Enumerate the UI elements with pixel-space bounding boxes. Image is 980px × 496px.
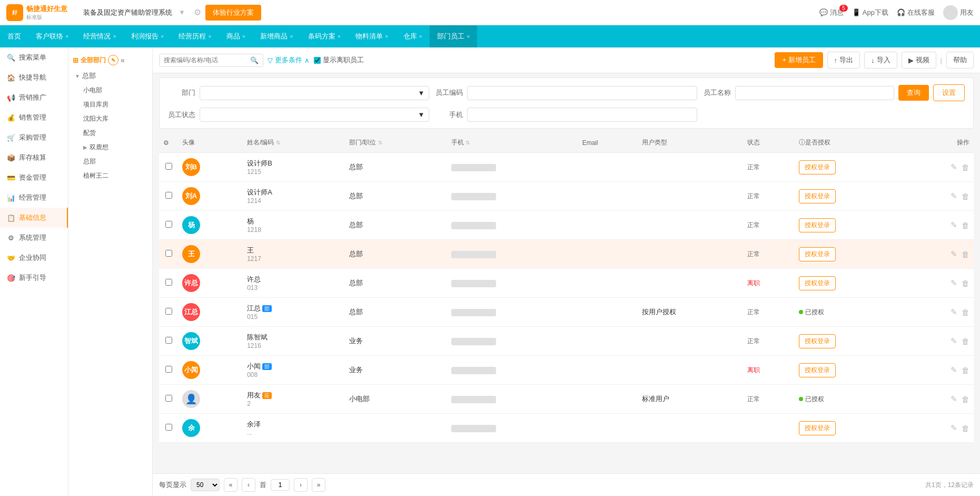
nav-close-icon[interactable]: × — [338, 33, 341, 40]
search-input-wrap[interactable]: 🔍 — [159, 54, 263, 67]
app-download-btn[interactable]: 📱 App下载 — [852, 8, 888, 17]
edit-icon[interactable]: ✎ — [951, 278, 957, 288]
nav-close-icon[interactable]: × — [290, 33, 293, 40]
nav-item-经营历程[interactable]: 经营历程× — [171, 25, 219, 47]
last-page-btn[interactable]: » — [312, 478, 325, 492]
dept-item-zongbu[interactable]: 总部 — [77, 154, 152, 169]
auth-btn[interactable]: 授权登录 — [799, 276, 836, 290]
col-settings[interactable]: ⚙ — [159, 133, 178, 153]
sidebar-item-5[interactable]: 📦库存核算 — [0, 148, 68, 168]
sidebar-item-6[interactable]: 💳资金管理 — [0, 168, 68, 188]
settings-icon[interactable]: ⚙ — [194, 7, 201, 17]
sidebar-item-8[interactable]: 📋基础信息 — [0, 208, 68, 228]
page-size-select[interactable]: 50 20 100 — [191, 479, 220, 491]
prev-page-btn[interactable]: ‹ — [242, 478, 255, 492]
nav-close-icon[interactable]: × — [467, 33, 470, 40]
search-btn[interactable]: 查询 — [898, 85, 929, 101]
auth-btn[interactable]: 授权登录 — [799, 218, 836, 232]
first-page-btn[interactable]: « — [224, 478, 237, 492]
status-select[interactable]: ▼ — [200, 108, 429, 122]
nav-item-物料清单[interactable]: 物料清单× — [348, 25, 395, 47]
row-checkbox[interactable] — [165, 163, 172, 170]
nav-item-经营情况[interactable]: 经营情况× — [76, 25, 123, 47]
col-name-code[interactable]: 姓名/编码 ⇅ — [243, 133, 345, 153]
dept-item-shenyangdaku[interactable]: 沈阳大库 — [77, 112, 152, 126]
edit-icon[interactable]: ✎ — [951, 162, 957, 172]
auth-btn[interactable]: 授权登录 — [799, 160, 836, 174]
delete-icon[interactable]: 🗑 — [962, 366, 969, 375]
delete-icon[interactable]: 🗑 — [962, 250, 969, 259]
edit-icon[interactable]: ✎ — [951, 423, 957, 433]
empcode-input[interactable] — [467, 86, 697, 100]
nav-close-icon[interactable]: × — [385, 33, 388, 40]
export-btn[interactable]: ↑ 导出 — [827, 52, 860, 69]
delete-icon[interactable]: 🗑 — [962, 279, 969, 288]
more-conditions-btn[interactable]: ▽ 更多条件 ∧ — [268, 55, 310, 65]
edit-icon[interactable]: ✎ — [951, 336, 957, 346]
sidebar-item-2[interactable]: 📢营销推广 — [0, 87, 68, 108]
nav-close-icon[interactable]: × — [242, 33, 245, 40]
nav-close-icon[interactable]: × — [208, 33, 211, 40]
delete-icon[interactable]: 🗑 — [962, 337, 969, 346]
edit-icon[interactable]: ✎ — [951, 365, 957, 375]
nav-close-icon[interactable]: × — [113, 33, 116, 40]
delete-icon[interactable]: 🗑 — [962, 308, 969, 317]
nav-close-icon[interactable]: × — [161, 33, 164, 40]
dept-item-zhishuwan[interactable]: 植树王二 — [77, 169, 152, 183]
edit-icon[interactable]: ✎ — [951, 220, 957, 230]
row-checkbox[interactable] — [165, 250, 172, 257]
nav-item-客户联络[interactable]: 客户联络× — [28, 25, 76, 47]
row-checkbox[interactable] — [165, 395, 172, 402]
delete-icon[interactable]: 🗑 — [962, 192, 969, 201]
nav-item-利润报告[interactable]: 利润报告× — [124, 25, 171, 47]
nav-close-icon[interactable]: × — [419, 33, 422, 40]
edit-icon[interactable]: ✎ — [951, 249, 957, 259]
nav-item-仓库[interactable]: 仓库× — [396, 25, 430, 47]
row-checkbox[interactable] — [165, 308, 172, 315]
show-resigned-checkbox[interactable] — [314, 57, 321, 64]
row-checkbox[interactable] — [165, 366, 172, 373]
auth-btn[interactable]: 授权登录 — [799, 421, 836, 435]
add-employee-btn[interactable]: + 新增员工 — [775, 52, 823, 68]
search-input[interactable] — [164, 56, 248, 64]
help-btn[interactable]: 帮助 — [946, 52, 974, 69]
row-checkbox[interactable] — [165, 337, 172, 344]
delete-icon[interactable]: 🗑 — [962, 221, 969, 230]
sidebar-item-10[interactable]: 🤝企业协同 — [0, 248, 68, 268]
edit-icon[interactable]: ✎ — [951, 307, 957, 317]
dept-collapse-btn[interactable]: « — [121, 56, 125, 64]
nav-close-icon[interactable]: × — [65, 33, 68, 40]
delete-icon[interactable]: 🗑 — [962, 424, 969, 433]
page-input[interactable] — [271, 479, 290, 491]
edit-icon[interactable]: ✎ — [951, 191, 957, 201]
view-btn[interactable]: ▶ 视频 — [902, 52, 936, 69]
row-checkbox[interactable] — [165, 279, 172, 286]
dept-item-shuangluxiang[interactable]: ▶ 双鹿想 — [77, 140, 152, 154]
sidebar-item-1[interactable]: 🏠快捷导航 — [0, 67, 68, 87]
delete-icon[interactable]: 🗑 — [962, 163, 969, 172]
col-dept[interactable]: 部门/职位 ⇅ — [345, 133, 447, 153]
sidebar-item-9[interactable]: ⚙系统管理 — [0, 228, 68, 248]
dept-item-xiaodibu[interactable]: 小电部 — [77, 83, 152, 98]
setting-btn[interactable]: 设置 — [933, 84, 965, 101]
nav-item-新增商品[interactable]: 新增商品× — [253, 25, 300, 47]
sidebar-item-7[interactable]: 📊经营管理 — [0, 188, 68, 208]
sidebar-item-3[interactable]: 💰销售管理 — [0, 108, 68, 128]
delete-icon[interactable]: 🗑 — [962, 395, 969, 404]
dept-item-root[interactable]: ▼ 总部 — [68, 69, 152, 83]
try-btn[interactable]: 体验行业方案 — [205, 5, 261, 21]
message-btn[interactable]: 💬 消息 5 — [819, 8, 844, 17]
row-checkbox[interactable] — [165, 221, 172, 228]
system-title-dropdown[interactable]: ▼ — [179, 8, 185, 16]
nav-item-商品[interactable]: 商品× — [219, 25, 253, 47]
sidebar-item-0[interactable]: 🔍搜索菜单 — [0, 47, 68, 67]
dept-item-peihuo[interactable]: 配货 — [77, 126, 152, 140]
row-checkbox[interactable] — [165, 192, 172, 199]
auth-btn[interactable]: 授权登录 — [799, 363, 836, 377]
auth-btn[interactable]: 授权登录 — [799, 189, 836, 203]
phone-input[interactable] — [467, 108, 697, 122]
dept-item-xiangmukufang[interactable]: 项目库房 — [77, 98, 152, 112]
user-menu[interactable]: 用友 — [943, 5, 974, 20]
import-btn[interactable]: ↓ 导入 — [864, 52, 897, 69]
nav-item-首页[interactable]: 首页 — [0, 25, 28, 47]
